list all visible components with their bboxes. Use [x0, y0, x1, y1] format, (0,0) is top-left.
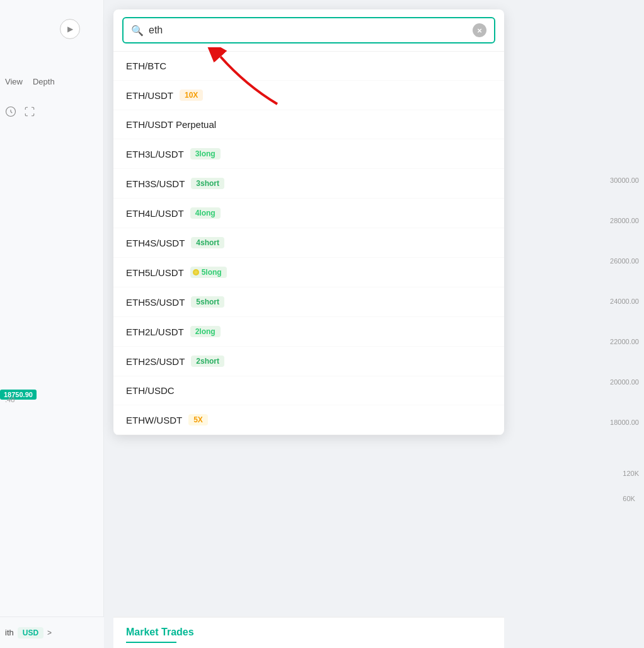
chart-tabs: View Depth	[0, 74, 60, 89]
result-badge: 5long	[190, 267, 227, 278]
list-item[interactable]: ETH3S/USDT3short	[113, 169, 504, 199]
result-name: ETH2L/USDT	[126, 327, 184, 337]
chevron-right-icon: >	[47, 628, 52, 637]
list-item[interactable]: ETH4L/USDT4long	[113, 199, 504, 228]
tab-view[interactable]: View	[5, 74, 23, 89]
list-item[interactable]: ETHW/USDT5X	[113, 405, 504, 435]
search-container: 🔍 ×	[113, 9, 504, 52]
price-axis: 30000.00 28000.00 26000.00 24000.00 2200…	[610, 176, 639, 426]
price-26000: 26000.00	[610, 257, 639, 265]
chart-controls: ▶	[60, 19, 80, 39]
result-name: ETH3L/USDT	[126, 149, 184, 159]
tab-depth[interactable]: Depth	[33, 74, 55, 89]
bottom-label: ith	[5, 628, 14, 637]
result-name: ETHW/USDT	[126, 415, 182, 425]
market-trades-title: Market Trades	[126, 627, 492, 638]
result-name: ETH5S/USDT	[126, 297, 185, 308]
play-button[interactable]: ▶	[60, 19, 80, 39]
list-item[interactable]: ETH5L/USDT5long	[113, 258, 504, 287]
list-item[interactable]: ETH/BTC	[113, 52, 504, 81]
chart-icon-row	[5, 106, 35, 117]
result-badge: 3short	[191, 178, 224, 189]
price-30000: 30000.00	[610, 176, 639, 184]
expand-icon[interactable]	[24, 106, 35, 117]
result-badge: 5short	[191, 296, 224, 308]
result-badge: 2short	[191, 356, 224, 367]
result-name: ETH3S/USDT	[126, 178, 185, 189]
result-badge: 4short	[191, 237, 224, 248]
result-name: ETH/BTC	[126, 61, 166, 71]
result-badge: 10X	[180, 90, 203, 101]
market-trades-section: Market Trades	[113, 616, 504, 648]
usd-badge[interactable]: USD	[18, 627, 43, 639]
result-badge: 5X	[188, 414, 208, 425]
result-name: ETH2S/USDT	[126, 356, 185, 367]
price-20000: 20000.00	[610, 378, 639, 386]
result-name: ETH/USDC	[126, 385, 175, 396]
price-18000: 18000.00	[610, 419, 639, 426]
results-list: ETH/BTCETH/USDT10XETH/USDT PerpetualETH3…	[113, 52, 504, 435]
list-item[interactable]: ETH5S/USDT5short	[113, 287, 504, 317]
search-dropdown: 🔍 × ETH/BTCETH/USDT10XETH/USDT Perpetual…	[113, 9, 504, 435]
result-name: ETH4S/USDT	[126, 238, 185, 248]
search-box: 🔍 ×	[122, 17, 495, 43]
result-name: ETH/USDT	[126, 90, 173, 101]
bottom-bar: ith USD >	[0, 616, 104, 648]
search-input[interactable]	[149, 25, 473, 36]
list-item[interactable]: ETH2S/USDT2short	[113, 347, 504, 376]
volume-60k: 60K	[623, 495, 639, 502]
list-item[interactable]: ETH/USDT Perpetual	[113, 110, 504, 139]
play-icon: ▶	[67, 25, 73, 33]
price-decimal: .48	[5, 396, 14, 403]
search-icon: 🔍	[131, 25, 144, 37]
speedometer-icon[interactable]	[5, 106, 16, 117]
result-badge: 2long	[190, 326, 221, 337]
result-name: ETH4L/USDT	[126, 208, 184, 219]
list-item[interactable]: ETH/USDT10X	[113, 81, 504, 110]
result-name: ETH/USDT Perpetual	[126, 119, 216, 130]
list-item[interactable]: ETH4S/USDT4short	[113, 228, 504, 258]
result-badge: 4long	[190, 207, 221, 219]
list-item[interactable]: ETH2L/USDT2long	[113, 317, 504, 347]
chart-panel	[0, 0, 104, 648]
result-name: ETH5L/USDT	[126, 267, 184, 278]
volume-120k: 120K	[623, 470, 639, 477]
price-24000: 24000.00	[610, 298, 639, 305]
list-item[interactable]: ETH3L/USDT3long	[113, 139, 504, 169]
price-22000: 22000.00	[610, 338, 639, 345]
clear-button[interactable]: ×	[473, 23, 486, 37]
price-28000: 28000.00	[610, 217, 639, 224]
list-item[interactable]: ETH/USDC	[113, 376, 504, 405]
market-trades-underline	[126, 642, 176, 643]
result-badge: 3long	[190, 148, 221, 159]
volume-axis: 120K 60K	[623, 470, 639, 502]
